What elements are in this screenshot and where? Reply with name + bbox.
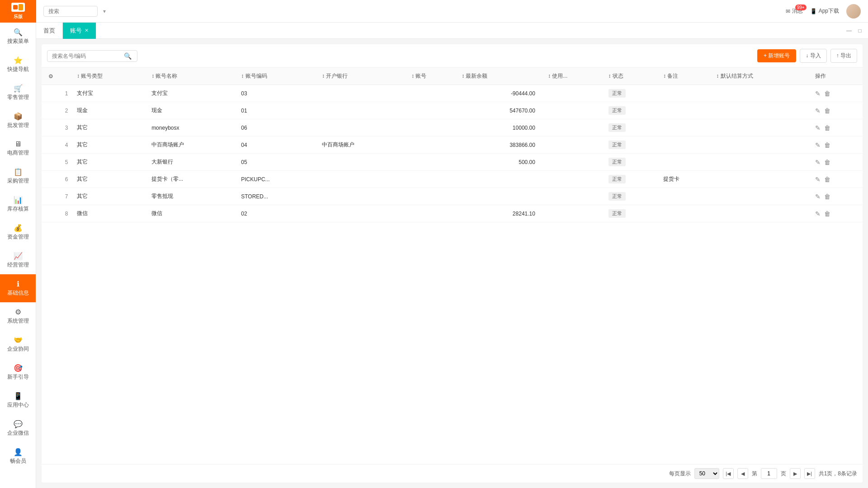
col-remarks[interactable]: ↕ 备注 <box>660 68 712 85</box>
tab-close-icon[interactable]: ✕ <box>85 28 89 33</box>
tab-accounts[interactable]: 账号 ✕ <box>63 23 96 39</box>
col-usage[interactable]: ↕ 使用... <box>544 68 605 85</box>
user-avatar[interactable] <box>846 4 861 19</box>
sidebar-item-inventory-calc[interactable]: 📊 库存核算 <box>0 190 36 218</box>
page-number-input[interactable] <box>761 468 777 479</box>
row-remarks-3 <box>660 136 712 154</box>
row-usage-5 <box>544 171 605 188</box>
edit-icon-5[interactable]: ✎ <box>815 176 821 183</box>
edit-icon-2[interactable]: ✎ <box>815 124 821 131</box>
delete-icon-5[interactable]: 🗑 <box>824 176 830 183</box>
status-badge-4: 正常 <box>609 158 626 166</box>
col-account-type[interactable]: ↕ 账号类型 <box>73 68 148 85</box>
top-search-input[interactable] <box>43 6 98 17</box>
row-account-type-0: 支付宝 <box>73 85 148 102</box>
sidebar-item-finance-mgmt[interactable]: 💰 资金管理 <box>0 218 36 246</box>
row-status-0: 正常 <box>605 85 660 102</box>
edit-icon-7[interactable]: ✎ <box>815 210 821 217</box>
row-usage-1 <box>544 102 605 119</box>
delete-icon-2[interactable]: 🗑 <box>824 124 830 131</box>
sidebar-item-enterprise-wechat[interactable]: 💬 企业微信 <box>0 414 36 442</box>
table-row: 6 其它 提货卡（零... PICKUPC... 正常 提货卡 ✎ 🗑 <box>42 171 863 188</box>
page-prev-button[interactable]: ◀ <box>737 468 748 479</box>
add-account-button[interactable]: + 新增账号 <box>757 49 796 62</box>
page-size-select[interactable]: 50 10 20 100 <box>694 468 719 479</box>
messages-button[interactable]: ✉ 消息 99+ <box>786 7 803 15</box>
status-badge-5: 正常 <box>609 175 626 183</box>
col-num <box>60 68 73 85</box>
top-header-left: ▾ <box>43 6 106 17</box>
col-default-settlement[interactable]: ↕ 默认结算方式 <box>712 68 811 85</box>
col-status[interactable]: ↕ 状态 <box>605 68 660 85</box>
app-logo: 乐版 <box>0 0 36 23</box>
sidebar-item-quick-nav[interactable]: ⭐ 快捷导航 <box>0 51 36 79</box>
table-row: 3 其它 moneybosx 06 10000.00 正常 ✎ 🗑 <box>42 119 863 136</box>
row-num-4: 5 <box>60 154 73 171</box>
sidebar-item-retail-mgmt[interactable]: 🛒 零售管理 <box>0 79 36 107</box>
import-button[interactable]: ↓ 导入 <box>800 49 826 63</box>
sidebar-item-operations-mgmt[interactable]: 📈 经营管理 <box>0 246 36 274</box>
toolbar: 🔍 + 新增账号 ↓ 导入 ↑ 导出 <box>42 44 863 68</box>
page-first-button[interactable]: |◀ <box>723 468 734 479</box>
search-wrapper: 🔍 <box>47 50 132 62</box>
delete-icon-4[interactable]: 🗑 <box>824 159 830 166</box>
row-remarks-6 <box>660 188 712 205</box>
edit-icon-4[interactable]: ✎ <box>815 159 821 166</box>
edit-icon-6[interactable]: ✎ <box>815 193 821 200</box>
tab-minimize-icon[interactable]: — <box>844 26 854 35</box>
page-next-button[interactable]: ▶ <box>790 468 801 479</box>
status-badge-7: 正常 <box>609 209 626 218</box>
action-btns-1: ✎ 🗑 <box>815 107 859 114</box>
edit-icon-0[interactable]: ✎ <box>815 90 821 97</box>
export-button[interactable]: ↑ 导出 <box>830 49 857 63</box>
row-default-settlement-5 <box>712 171 811 188</box>
top-header: ▾ ✉ 消息 99+ 📱 App下载 <box>36 0 868 23</box>
row-remarks-4 <box>660 154 712 171</box>
row-account-code-3: 04 <box>237 136 318 154</box>
col-latest-balance[interactable]: ↕ 最新余额 <box>458 68 544 85</box>
tab-maximize-icon[interactable]: □ <box>855 26 864 35</box>
row-usage-4 <box>544 154 605 171</box>
sidebar-item-basic-info[interactable]: ℹ 基础信息 <box>0 274 36 302</box>
delete-icon-6[interactable]: 🗑 <box>824 193 830 200</box>
col-account-code[interactable]: ↕ 账号编码 <box>237 68 318 85</box>
sidebar-item-system-mgmt[interactable]: ⚙ 系统管理 <box>0 302 36 330</box>
edit-icon-3[interactable]: ✎ <box>815 141 821 149</box>
status-badge-3: 正常 <box>609 141 626 149</box>
edit-icon-1[interactable]: ✎ <box>815 107 821 114</box>
sidebar-item-search-menu[interactable]: 🔍 搜索菜单 <box>0 23 36 51</box>
sidebar-item-enterprise-agreement[interactable]: 🤝 企业协同 <box>0 330 36 358</box>
delete-icon-7[interactable]: 🗑 <box>824 210 830 217</box>
sidebar-item-label: 零售管理 <box>7 94 29 101</box>
phone-icon: 📱 <box>810 8 817 14</box>
row-actions-7: ✎ 🗑 <box>811 205 863 222</box>
tab-home[interactable]: 首页 <box>36 23 63 39</box>
sidebar-item-member[interactable]: 👤 畅会员 <box>0 442 36 470</box>
row-account-name-6: 零售抵现 <box>148 188 237 205</box>
row-bank-3: 中百商场账户 <box>318 136 408 154</box>
sidebar-item-purchase-mgmt[interactable]: 📋 采购管理 <box>0 162 36 190</box>
search-button[interactable]: 🔍 <box>124 52 132 60</box>
col-account-no[interactable]: ↕ 账号 <box>408 68 458 85</box>
row-latest-balance-3: 383866.00 <box>458 136 544 154</box>
table-row: 5 其它 大新银行 05 500.00 正常 ✎ 🗑 <box>42 154 863 171</box>
row-latest-balance-4: 500.00 <box>458 154 544 171</box>
sidebar-item-label: 新手引导 <box>7 374 29 380</box>
col-bank[interactable]: ↕ 开户银行 <box>318 68 408 85</box>
page-last-button[interactable]: ▶| <box>804 468 815 479</box>
app-download-button[interactable]: 📱 App下载 <box>810 7 839 15</box>
sidebar-item-app-center[interactable]: 📱 应用中心 <box>0 386 36 414</box>
sidebar-item-new-guide[interactable]: 🎯 新手引导 <box>0 358 36 386</box>
sidebar-item-wholesale-mgmt[interactable]: 📦 批发管理 <box>0 107 36 135</box>
col-account-name[interactable]: ↕ 账号名称 <box>148 68 237 85</box>
delete-icon-0[interactable]: 🗑 <box>824 90 830 97</box>
tab-bar: 首页 账号 ✕ — □ <box>36 23 868 39</box>
row-bank-7 <box>318 205 408 222</box>
sidebar-item-ecommerce-mgmt[interactable]: 🖥 电商管理 <box>0 135 36 162</box>
row-account-no-5 <box>408 171 458 188</box>
dropdown-icon[interactable]: ▾ <box>103 8 106 14</box>
row-default-settlement-7 <box>712 205 811 222</box>
delete-icon-1[interactable]: 🗑 <box>824 107 830 114</box>
delete-icon-3[interactable]: 🗑 <box>824 141 830 149</box>
col-settings[interactable]: ⚙ <box>42 68 60 85</box>
